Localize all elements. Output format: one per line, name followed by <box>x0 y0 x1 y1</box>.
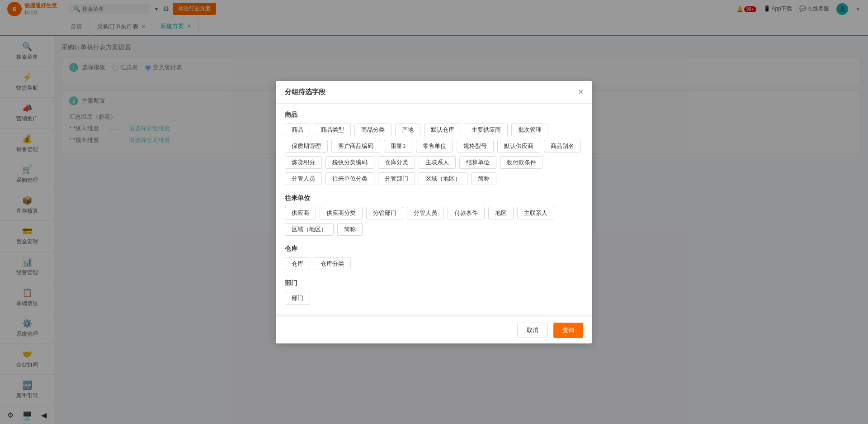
field-tag-0-9[interactable]: 重量3 <box>384 140 412 152</box>
field-tag-0-18[interactable]: 结算单位 <box>459 156 496 169</box>
field-tag-1-0[interactable]: 供应商 <box>285 207 316 219</box>
field-tag-0-15[interactable]: 税收分类编码 <box>326 156 374 169</box>
field-tag-0-17[interactable]: 主联系人 <box>419 156 456 169</box>
field-tag-0-10[interactable]: 零售单位 <box>416 140 453 152</box>
field-tag-0-3[interactable]: 产地 <box>395 124 420 136</box>
field-tag-0-24[interactable]: 简称 <box>471 172 496 185</box>
field-tag-3-0[interactable]: 部门 <box>285 292 310 305</box>
field-group-title-0: 商品 <box>285 111 583 119</box>
field-tag-0-12[interactable]: 默认供应商 <box>497 140 540 152</box>
field-group-3: 部门部门 <box>285 279 583 305</box>
field-tag-0-23[interactable]: 区域（地区） <box>419 172 467 185</box>
field-tag-0-8[interactable]: 客户商品编码 <box>331 140 380 152</box>
field-select-modal: 分组待选字段 × 商品商品商品类型商品分类产地默认仓库主要供应商批次管理保质期管… <box>276 81 592 343</box>
field-group-1: 往来单位供应商供应商分类分管部门分管人员付款条件地区主联系人区域（地区）简称 <box>285 194 583 236</box>
modal-header: 分组待选字段 × <box>276 81 592 104</box>
field-tag-0-19[interactable]: 收付款条件 <box>500 156 543 169</box>
field-tag-0-1[interactable]: 商品类型 <box>314 124 351 136</box>
field-tag-0-2[interactable]: 商品分类 <box>354 124 392 136</box>
field-group-2: 仓库仓库仓库分类 <box>285 245 583 270</box>
field-tag-0-21[interactable]: 往来单位分类 <box>326 172 374 185</box>
field-tag-0-14[interactable]: 炼货积分 <box>285 156 322 169</box>
field-tag-1-4[interactable]: 付款条件 <box>448 207 485 219</box>
field-tag-0-5[interactable]: 主要供应商 <box>465 124 508 136</box>
field-tag-0-0[interactable]: 商品 <box>285 124 310 136</box>
modal-footer: 取消 查询 <box>276 317 592 343</box>
modal-close-btn[interactable]: × <box>578 87 583 97</box>
field-tag-0-4[interactable]: 默认仓库 <box>424 124 461 136</box>
field-tag-2-0[interactable]: 仓库 <box>285 257 310 270</box>
field-group-0: 商品商品商品类型商品分类产地默认仓库主要供应商批次管理保质期管理客户商品编码重量… <box>285 111 583 185</box>
field-group-title-1: 往来单位 <box>285 194 583 202</box>
field-tag-1-8[interactable]: 简称 <box>337 223 363 236</box>
modal-overlay: 分组待选字段 × 商品商品商品类型商品分类产地默认仓库主要供应商批次管理保质期管… <box>0 0 868 424</box>
field-tags-2: 仓库仓库分类 <box>285 257 583 270</box>
field-tag-0-20[interactable]: 分管人员 <box>285 172 322 185</box>
field-group-title-3: 部门 <box>285 279 583 287</box>
field-tag-0-7[interactable]: 保质期管理 <box>285 140 328 152</box>
field-tags-0: 商品商品类型商品分类产地默认仓库主要供应商批次管理保质期管理客户商品编码重量3零… <box>285 124 583 185</box>
field-tags-1: 供应商供应商分类分管部门分管人员付款条件地区主联系人区域（地区）简称 <box>285 207 583 236</box>
field-tag-1-1[interactable]: 供应商分类 <box>320 207 363 219</box>
modal-title: 分组待选字段 <box>285 88 326 96</box>
field-tag-0-22[interactable]: 分管部门 <box>378 172 415 185</box>
field-tag-1-5[interactable]: 地区 <box>488 207 514 219</box>
modal-body[interactable]: 商品商品商品类型商品分类产地默认仓库主要供应商批次管理保质期管理客户商品编码重量… <box>276 104 592 314</box>
confirm-button[interactable]: 查询 <box>553 323 583 338</box>
field-tag-0-16[interactable]: 仓库分类 <box>378 156 415 169</box>
cancel-button[interactable]: 取消 <box>517 323 548 338</box>
field-group-title-2: 仓库 <box>285 245 583 253</box>
field-tags-3: 部门 <box>285 292 583 305</box>
field-tag-1-7[interactable]: 区域（地区） <box>285 223 334 236</box>
field-tag-0-11[interactable]: 规格型号 <box>457 140 494 152</box>
field-tag-2-1[interactable]: 仓库分类 <box>314 257 351 270</box>
field-tag-0-13[interactable]: 商品别名 <box>544 140 581 152</box>
field-tag-1-6[interactable]: 主联系人 <box>517 207 554 219</box>
field-tag-1-2[interactable]: 分管部门 <box>366 207 403 219</box>
field-tag-0-6[interactable]: 批次管理 <box>511 124 548 136</box>
field-tag-1-3[interactable]: 分管人员 <box>407 207 444 219</box>
